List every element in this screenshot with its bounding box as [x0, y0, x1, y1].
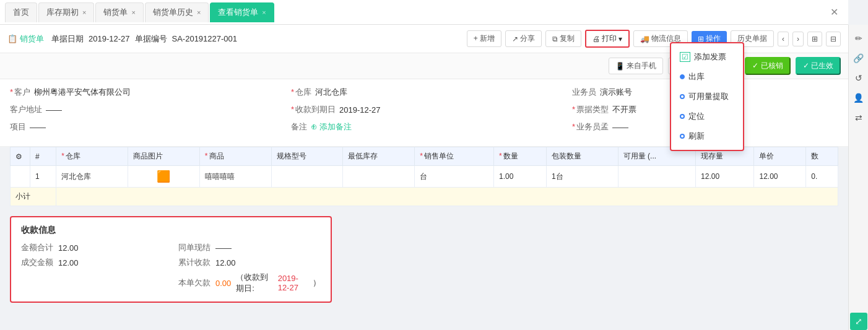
- row-gear: [11, 166, 30, 188]
- staff-value: 演示账号: [600, 87, 632, 98]
- doc-meta: 单据日期 2019-12-27 单据编号 SA-20191227-001: [51, 33, 237, 45]
- effective-button[interactable]: ✓ 已生效: [796, 57, 841, 75]
- table-row: 1 河北仓库 🟧 嘻嘻嘻嘻 台 1.00 1台 12.00 12.00 0.: [11, 166, 838, 188]
- row-unit-price: 12.00: [754, 166, 806, 188]
- close-history-tab[interactable]: ×: [197, 9, 201, 16]
- arrears-label: 本单欠款: [178, 277, 210, 289]
- col-product: 商品: [199, 147, 271, 166]
- close-view-sales-tab[interactable]: ×: [262, 9, 266, 16]
- customer-value: 柳州粤港平安气体有限公司: [34, 87, 131, 98]
- table-body: 1 河北仓库 🟧 嘻嘻嘻嘻 台 1.00 1台 12.00 12.00 0. 小…: [11, 166, 838, 206]
- refresh-item[interactable]: 刷新: [671, 126, 743, 146]
- share-button[interactable]: ↗ 分享: [505, 30, 542, 47]
- tab-bar: 首页 库存期初 × 销货单 × 销货单历史 × 查看销货单 × ✕: [0, 0, 848, 25]
- exchange-icon[interactable]: ⇄: [850, 109, 867, 126]
- prev-button[interactable]: ‹: [778, 32, 789, 46]
- table-section: ⚙ # 仓库 商品图片 商品 规格型号 最低库存 销售单位 数量 包装数量 可用…: [0, 147, 848, 211]
- staff-label: 业务员: [572, 87, 596, 98]
- col-min-stock: 最低库存: [343, 147, 415, 166]
- note-add-button[interactable]: ⊕ 添加备注: [311, 121, 352, 132]
- arrears-date: 2019-12-27: [278, 274, 308, 292]
- col-gear: ⚙: [11, 147, 30, 166]
- cumulative-label: 累计收款: [178, 257, 210, 268]
- project-field: 项目 ——: [10, 121, 276, 132]
- close-sales-tab[interactable]: ×: [131, 9, 135, 16]
- right-sidebar: ✏ 🔗 ↺ 👤 ⇄ ⤢: [848, 25, 868, 308]
- link-icon[interactable]: 🔗: [850, 50, 867, 67]
- list-view-button[interactable]: ⊟: [826, 32, 841, 46]
- col-warehouse: 仓库: [56, 147, 128, 166]
- same-order-value: ——: [215, 243, 232, 253]
- col-unit-price: 单价: [754, 147, 806, 166]
- check-icon: ✓: [752, 61, 758, 70]
- available-qty-dot-icon: [680, 94, 685, 99]
- tab-view-sales[interactable]: 查看销货单 ×: [210, 2, 274, 22]
- col-quantity: 数量: [493, 147, 546, 166]
- add-invoice-item[interactable]: ☑ 添加发票: [671, 47, 743, 67]
- row-min-stock: [343, 166, 415, 188]
- address-label: 客户地址: [10, 104, 42, 115]
- row-pack-qty: 1台: [546, 166, 618, 188]
- payment-date-label: 收款到期日: [291, 104, 336, 115]
- tab-sales-history[interactable]: 销货单历史 ×: [145, 2, 209, 22]
- doc-type-icon: 📋: [7, 34, 17, 43]
- same-order-item: 同单现结 ——: [178, 242, 321, 253]
- subtotal-values: [56, 188, 838, 206]
- staff2-label: 业务员孟: [572, 121, 609, 132]
- print-button[interactable]: 🖨 打印 ▾: [585, 30, 630, 48]
- cumulative-value: 12.00: [215, 258, 236, 267]
- project-label: 项目: [10, 121, 26, 132]
- outbound-item[interactable]: 出库: [671, 67, 743, 87]
- locate-item[interactable]: 定位: [671, 106, 743, 126]
- warehouse-value: 河北仓库: [315, 87, 347, 98]
- address-value: ——: [46, 105, 62, 115]
- close-inventory-tab[interactable]: ×: [82, 9, 86, 16]
- rotate-icon[interactable]: ↺: [850, 69, 867, 87]
- truck-icon: 🚚: [640, 35, 649, 43]
- subtotal-row: 小计: [11, 188, 838, 206]
- user-icon[interactable]: 👤: [850, 89, 867, 106]
- window-close-button[interactable]: ✕: [825, 4, 843, 20]
- payment-section: 收款信息 金额合计 12.00 同单现结 —— 成交金额 12.00 累计收款 …: [10, 216, 332, 303]
- print-icon: 🖨: [592, 35, 600, 43]
- warehouse-field: 仓库 河北仓库: [291, 87, 557, 98]
- row-stock: 12.00: [696, 166, 754, 188]
- cumulative-item: 累计收款 12.00: [178, 257, 321, 268]
- data-table: ⚙ # 仓库 商品图片 商品 规格型号 最低库存 销售单位 数量 包装数量 可用…: [10, 147, 838, 206]
- staff2-value: ——: [612, 123, 628, 132]
- doc-header-right: + 新增 ↗ 分享 ⧉ 复制 🖨 打印 ▾ 🚚 物流信息 ⊞ 操作: [467, 30, 841, 48]
- check2-icon: ✓: [803, 61, 809, 70]
- tab-inventory[interactable]: 库存期初 ×: [38, 2, 94, 22]
- col-amount: 数: [806, 147, 838, 166]
- address-field: 客户地址 ——: [10, 104, 276, 115]
- print-dropdown-arrow: ▾: [618, 35, 622, 43]
- next-button[interactable]: ›: [792, 32, 804, 46]
- from-phone-button[interactable]: 📱 来自手机: [609, 58, 663, 74]
- copy-button[interactable]: ⧉ 复制: [545, 30, 581, 47]
- tab-home[interactable]: 首页: [5, 2, 37, 22]
- col-spec: 规格型号: [271, 147, 343, 166]
- row-warehouse: 河北仓库: [56, 166, 128, 188]
- total-value: 12.00: [58, 243, 79, 253]
- canceled-button[interactable]: ✓ 已核销: [745, 57, 790, 75]
- payment-title: 收款信息: [21, 225, 321, 236]
- doc-date-item: 单据日期 2019-12-27: [51, 33, 130, 45]
- customer-field: 客户 柳州粤港平安气体有限公司: [10, 87, 276, 98]
- grid-view-button[interactable]: ⊞: [807, 32, 822, 46]
- payment-date-field: 收款到期日 2019-12-27: [291, 104, 557, 115]
- phone-icon: 📱: [615, 62, 625, 71]
- locate-dot-icon: [680, 114, 685, 119]
- edit-icon[interactable]: ✏: [850, 30, 867, 47]
- ticket-type-value: 不开票: [612, 104, 636, 115]
- row-available: [618, 166, 695, 188]
- row-product-img: 🟧: [128, 166, 200, 188]
- note-field: 备注 ⊕ 添加备注: [291, 121, 557, 132]
- doc-type-label: 📋 销货单: [7, 33, 44, 45]
- available-qty-item[interactable]: 可用量提取: [671, 87, 743, 106]
- arrears-value: 0.00: [215, 279, 231, 288]
- total-amount-item: 金额合计 12.00: [21, 242, 163, 253]
- warehouse-label: 仓库: [291, 87, 311, 98]
- tab-sales[interactable]: 销货单 ×: [95, 2, 143, 22]
- new-button[interactable]: + 新增: [467, 30, 501, 47]
- same-order-label: 同单现结: [178, 242, 210, 253]
